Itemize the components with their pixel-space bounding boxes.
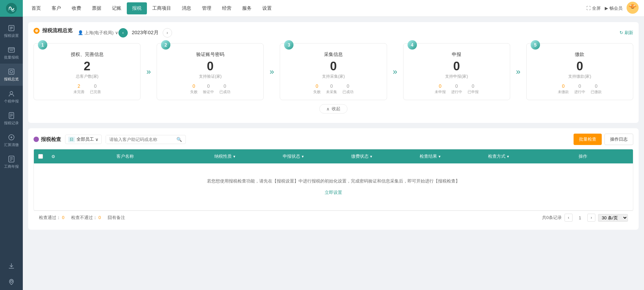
filter-icon-5[interactable]: ▼ [506,155,510,158]
prev-month-button[interactable]: ‹ [118,28,128,38]
nav-invoice[interactable]: 票据 [87,0,107,17]
table-col-check-method: 检查方式 ▼ [465,149,533,163]
svg-point-18 [10,91,13,94]
sidebar: 报税设置 批量报税 报税总览 个税申报 报税记录 [0,17,23,290]
video-icon: ▶ [605,6,608,11]
table-footer: 检查通过： 0 检查不通过： 0 囧有备注 共0条记录 ‹ 1 › 30 条/页… [34,211,633,224]
check-fail-label: 检查不通过： 0 [71,215,101,221]
chevron-down-icon: ∨ [115,30,118,35]
table-col-check-result: 检查结果 ▼ [396,149,465,163]
footer-right: 共0条记录 ‹ 1 › 30 条/页50 条/页100 条/页 [542,214,628,222]
sidebar-item-download[interactable] [0,258,23,274]
vip-button[interactable]: ▶ 畅会员 [605,5,623,11]
next-page-button[interactable]: › [587,214,595,222]
nav-bookkeeping[interactable]: 记账 [107,0,127,17]
location-icon-small: 👤 [78,30,83,35]
arrow-3: » [387,43,403,100]
sidebar-item-tax-settings[interactable]: 报税设置 [0,20,23,42]
nav-operation[interactable]: 经营 [217,0,237,17]
search-button[interactable]: 🔍 [173,135,185,144]
nav-business[interactable]: 工商项目 [147,0,176,17]
filter-icon-4[interactable]: ▼ [438,155,441,158]
nav-tax[interactable]: 报税 [127,2,147,14]
reconciliation-icon [7,133,15,141]
note-label: 囧有备注 [108,215,125,221]
collapse-button[interactable]: ∧ 收起 [319,104,347,114]
logo [0,0,23,17]
tax-check-title: 报税检查 [34,136,61,143]
table-header: ⚙ 客户名称 纳税性质 ▼ 申报状态 ▼ 缴费状态 ▼ [34,149,633,163]
nav-manage[interactable]: 管理 [197,0,217,17]
flow-step-2: 2 验证账号密码 0 支持验证(家) 0 失败 0 验证中 [157,43,264,100]
fail-count[interactable]: 0 [98,215,101,220]
tax-overview-icon [7,68,15,76]
arrow-4: » [510,43,526,100]
tax-settings-icon [7,24,15,32]
table-col-name: 客户名称 [59,149,191,163]
op-log-button[interactable]: 操作日志 [604,134,633,145]
annual-report-icon [7,155,15,163]
flow-step-1: 1 授权、完善信息 2 总客户数(家) 2 未完善 0 已完善 [34,43,141,100]
refresh-icon: ↻ [620,30,623,35]
chevron-down-icon: ∨ [95,137,99,142]
footer-left: 检查通过： 0 检查不通过： 0 囧有备注 [39,215,125,221]
nav-fee[interactable]: 收费 [66,0,87,17]
tax-check-badge [34,137,39,142]
tax-check-card: 报税检查 囧 全部员工 ∨ 🔍 批量检查 操作日志 [28,128,639,230]
main-layout: 报税设置 批量报税 报税总览 个税申报 报税记录 [0,17,644,290]
month-text: 2023年02月 [132,29,159,36]
filter-icon-2[interactable]: ▼ [301,155,305,158]
staff-filter-select[interactable]: 囧 全部员工 ∨ [65,135,102,144]
location-icon [7,278,15,286]
sidebar-item-personal-tax[interactable]: 个税申报 [0,86,23,107]
setup-link[interactable]: 立即设置 [325,190,342,195]
top-navigation: 首页 客户 收费 票据 记账 报税 工商项目 消息 管理 经营 服务 设置 ⛶ … [0,0,644,17]
prev-page-button[interactable]: ‹ [565,214,573,222]
flow-header-left: ⊕ 报税流程总览 👤 上海(电子税局) ∨ [34,27,118,38]
page-size-select[interactable]: 30 条/页50 条/页100 条/页 [598,214,628,222]
nav-customer[interactable]: 客户 [46,0,66,17]
batch-tax-icon [7,46,15,54]
table-col-pay-status: 缴费状态 ▼ [328,149,396,163]
fullscreen-icon: ⛶ [586,6,591,11]
current-page: 1 [575,215,585,220]
next-month-button[interactable]: › [163,28,172,38]
nav-home[interactable]: 首页 [26,0,46,17]
month-nav: ‹ 2023年02月 › [118,28,172,38]
filter-icon-3[interactable]: ▼ [370,155,373,158]
nav-message[interactable]: 消息 [176,0,197,17]
flow-header: ⊕ 报税流程总览 👤 上海(电子税局) ∨ ‹ 2023年02月 › ↻ [34,27,633,38]
location-tag[interactable]: 👤 上海(电子税局) ∨ [78,30,118,36]
sidebar-item-location[interactable] [0,274,23,290]
collapse-button-area: ∧ 收起 [34,104,633,114]
svg-point-2 [630,4,635,9]
table-empty-state: 若您想使用报税检查功能，请先在【报税设置】中进行报税的初始化设置，完成密码验证和… [34,163,633,210]
refresh-button[interactable]: ↻ 刷新 [620,30,633,36]
gear-icon[interactable]: ⚙ [51,154,55,159]
header-checkbox[interactable] [38,154,43,159]
nav-settings[interactable]: 设置 [257,0,277,17]
sidebar-item-batch-tax[interactable]: 批量报税 [0,42,23,64]
batch-check-button[interactable]: 批量检查 [574,134,602,145]
section-title-text: 报税流程总览 [42,27,72,34]
sidebar-item-tax-records[interactable]: 报税记录 [0,107,23,129]
chevron-up-icon: ∧ [326,106,330,112]
nav-service[interactable]: 服务 [237,0,257,17]
search-input[interactable] [106,135,173,144]
table-col-gear: ⚙ [47,149,59,163]
sidebar-item-tax-overview[interactable]: 报税总览 [0,64,23,85]
svg-point-17 [10,70,13,73]
tax-check-header: 报税检查 囧 全部员工 ∨ 🔍 批量检查 操作日志 [34,134,633,145]
svg-rect-16 [9,69,14,74]
fullscreen-button[interactable]: ⛶ 全屏 [586,5,601,11]
nav-right-area: ⛶ 全屏 ▶ 畅会员 [586,2,644,15]
section-title-badge: ⊕ [34,28,40,34]
tax-check-table: ⚙ 客户名称 纳税性质 ▼ 申报状态 ▼ 缴费状态 ▼ [34,149,633,211]
sidebar-item-annual-report[interactable]: 工商年报 [0,151,23,173]
download-icon [7,262,15,270]
flow-overview-card: ⊕ 报税流程总览 👤 上海(电子税局) ∨ ‹ 2023年02月 › ↻ [28,22,639,123]
sidebar-item-reconciliation[interactable]: 汇算清缴 [0,129,23,151]
pass-count[interactable]: 0 [62,215,64,220]
filter-icon-1[interactable]: ▼ [233,155,236,158]
flow-step-5: 5 缴款 0 支持缴款(家) 0 未缴款 0 进行中 [526,43,633,100]
